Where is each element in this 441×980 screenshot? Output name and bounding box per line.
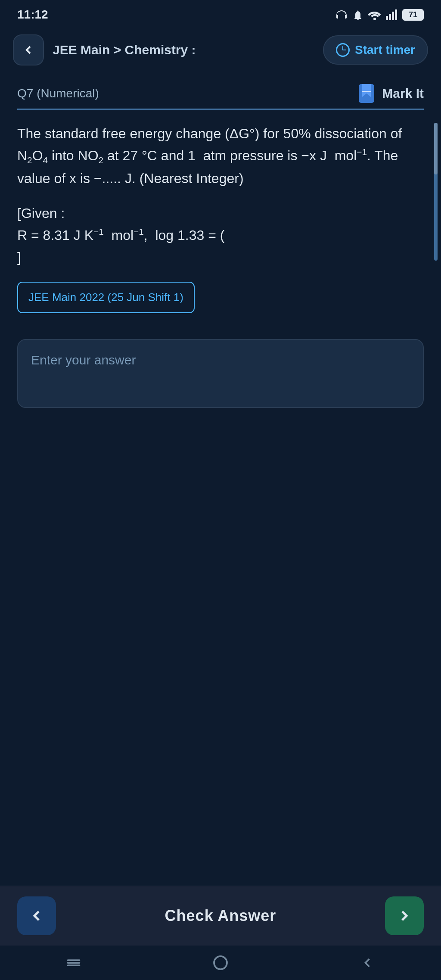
scroll-thumb <box>434 123 438 174</box>
tag-label: JEE Main 2022 (25 Jun Shift 1) <box>17 282 195 314</box>
android-home-icon[interactable] <box>213 955 228 971</box>
bell-icon <box>352 8 363 21</box>
nav-title: JEE Main > Chemistry : <box>53 43 314 57</box>
back-icon <box>22 43 35 57</box>
given-close: ] <box>17 246 415 268</box>
back-triangle-icon <box>360 955 375 971</box>
svg-point-0 <box>373 18 376 20</box>
given-section: [Given : R = 8.31 J K−1 mol−1, log 1.33 … <box>17 202 415 269</box>
svg-rect-4 <box>395 9 397 20</box>
android-back-icon[interactable] <box>360 955 375 971</box>
status-icons: 71 <box>335 8 424 21</box>
svg-rect-2 <box>389 14 391 20</box>
given-label: [Given : <box>17 202 415 224</box>
status-bar: 11:12 71 <box>0 0 441 26</box>
menu-lines-icon <box>66 955 81 971</box>
svg-rect-6 <box>362 91 371 92</box>
wifi-icon <box>368 9 382 20</box>
timer-icon <box>336 43 350 57</box>
prev-question-button[interactable] <box>17 896 56 935</box>
next-question-button[interactable] <box>385 896 424 935</box>
mark-it-label: Mark It <box>382 86 424 101</box>
bottom-bar: Check Answer <box>0 886 441 946</box>
question-label: Q7 (Numerical) <box>17 87 99 100</box>
bookmark-icon <box>357 83 376 104</box>
nav-bar: JEE Main > Chemistry : Start timer <box>0 26 441 74</box>
battery-indicator: 71 <box>402 9 424 21</box>
prev-icon <box>28 907 45 924</box>
headphone-icon <box>335 9 348 20</box>
mark-it-button[interactable]: Mark It <box>357 83 424 104</box>
scroll-indicator[interactable] <box>434 123 438 261</box>
android-menu-icon[interactable] <box>66 955 81 971</box>
signal-icon <box>386 9 398 20</box>
home-circle-icon <box>213 955 228 971</box>
answer-section <box>0 326 441 423</box>
android-nav-bar <box>0 946 441 980</box>
svg-rect-3 <box>392 12 394 20</box>
svg-point-10 <box>214 956 227 969</box>
question-content: The standard free energy change (ΔG°) fo… <box>0 110 441 326</box>
next-icon <box>396 907 413 924</box>
question-paragraph: The standard free energy change (ΔG°) fo… <box>17 123 415 190</box>
given-values: R = 8.31 J K−1 mol−1, log 1.33 = ( <box>17 224 415 246</box>
check-answer-button[interactable]: Check Answer <box>165 907 276 925</box>
question-text: The standard free energy change (ΔG°) fo… <box>17 123 424 313</box>
answer-input[interactable] <box>17 339 424 408</box>
back-button[interactable] <box>13 34 44 65</box>
svg-rect-1 <box>386 16 388 20</box>
question-tag: JEE Main 2022 (25 Jun Shift 1) <box>17 269 415 314</box>
question-header: Q7 (Numerical) Mark It <box>0 74 441 109</box>
start-timer-button[interactable]: Start timer <box>323 35 428 65</box>
time-display: 11:12 <box>17 8 48 22</box>
timer-label: Start timer <box>355 43 415 57</box>
